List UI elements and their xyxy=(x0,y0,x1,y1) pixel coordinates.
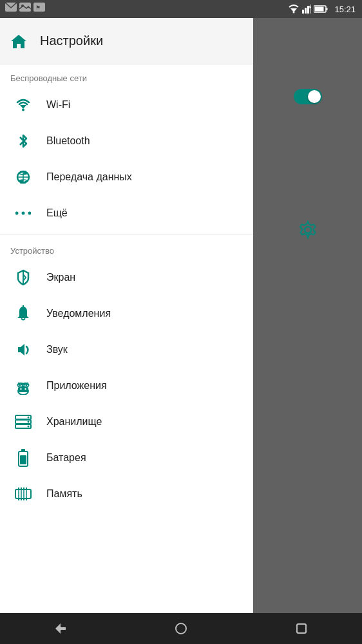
svg-point-27 xyxy=(24,388,26,390)
wifi-icon xyxy=(10,99,36,111)
svg-point-17 xyxy=(22,109,24,111)
wifi-toggle[interactable] xyxy=(294,89,322,104)
section-divider xyxy=(0,234,253,234)
wifi-item[interactable]: Wi-Fi xyxy=(0,87,253,123)
device-section-label: Устройство xyxy=(0,237,253,260)
svg-rect-25 xyxy=(18,387,28,392)
svg-rect-8 xyxy=(305,8,307,14)
more-label: Ещё xyxy=(46,207,68,219)
drawer-header: Настройки xyxy=(0,18,253,64)
status-icons: R 15:21 xyxy=(288,5,356,14)
svg-point-55 xyxy=(176,623,186,634)
sound-item[interactable]: Звук xyxy=(0,332,253,368)
toggle-knob xyxy=(308,90,321,103)
svg-point-26 xyxy=(20,388,21,390)
screen-item[interactable]: Экран xyxy=(0,260,253,296)
svg-text:⚑: ⚑ xyxy=(35,5,41,11)
svg-point-36 xyxy=(28,421,30,423)
right-panel xyxy=(253,18,362,613)
apps-icon xyxy=(10,377,36,395)
svg-rect-14 xyxy=(315,7,324,12)
data-transfer-item[interactable]: Передача данных xyxy=(0,159,253,195)
bottom-nav xyxy=(0,613,362,644)
svg-point-19 xyxy=(15,212,19,215)
svg-point-21 xyxy=(28,212,32,215)
battery-item[interactable]: Батарея xyxy=(0,440,253,476)
screen-icon xyxy=(10,269,36,286)
svg-rect-7 xyxy=(302,10,304,14)
svg-point-15 xyxy=(305,227,311,233)
settings-title: Настройки xyxy=(40,33,103,48)
data-transfer-icon xyxy=(10,169,36,185)
wifi-status-icon xyxy=(288,5,300,14)
svg-text:R: R xyxy=(309,5,311,9)
home-button[interactable] xyxy=(162,622,200,635)
notifications-item[interactable]: Уведомления xyxy=(0,296,253,332)
wireless-section-label: Беспроводные сети xyxy=(0,64,253,87)
battery-icon xyxy=(10,449,36,467)
svg-marker-54 xyxy=(55,623,66,634)
svg-point-35 xyxy=(28,417,30,419)
svg-rect-56 xyxy=(297,624,306,633)
bell-icon xyxy=(10,305,36,322)
storage-item[interactable]: Хранилище xyxy=(0,404,253,440)
apps-label: Приложения xyxy=(46,380,107,392)
bluetooth-label: Bluetooth xyxy=(46,135,90,147)
more-item[interactable]: Ещё xyxy=(0,195,253,231)
memory-item[interactable]: Память xyxy=(0,476,253,512)
bluetooth-item[interactable]: Bluetooth xyxy=(0,123,253,159)
svg-point-6 xyxy=(293,12,295,14)
svg-rect-39 xyxy=(21,449,25,452)
sound-icon xyxy=(10,343,36,357)
apps-item[interactable]: Приложения xyxy=(0,368,253,404)
storage-label: Хранилище xyxy=(46,416,102,428)
wifi-label: Wi-Fi xyxy=(46,99,70,111)
screen-label: Экран xyxy=(46,272,75,283)
svg-marker-23 xyxy=(18,344,24,355)
sound-label: Звук xyxy=(46,344,68,355)
data-transfer-label: Передача данных xyxy=(46,171,132,183)
home-icon xyxy=(10,33,27,49)
email-icon xyxy=(5,3,17,12)
storage-icon xyxy=(10,415,36,429)
image-icon xyxy=(19,3,31,12)
tag-icon: ⚑ xyxy=(33,3,45,12)
more-icon xyxy=(10,210,36,216)
svg-point-37 xyxy=(28,426,30,428)
recents-button[interactable] xyxy=(282,622,321,635)
gear-icon[interactable] xyxy=(298,220,318,240)
memory-label: Память xyxy=(46,488,82,500)
bluetooth-icon xyxy=(10,133,36,149)
status-time: 15:21 xyxy=(334,5,356,14)
svg-rect-13 xyxy=(327,8,328,10)
svg-marker-16 xyxy=(11,35,26,48)
svg-rect-41 xyxy=(15,489,31,498)
svg-point-20 xyxy=(22,212,25,215)
settings-drawer: Настройки Беспроводные сети Wi-Fi Blueto… xyxy=(0,18,253,613)
memory-icon xyxy=(10,486,36,502)
notifications-label: Уведомления xyxy=(46,308,111,319)
svg-rect-40 xyxy=(20,455,26,464)
back-button[interactable] xyxy=(41,622,80,635)
signal-icon: R xyxy=(302,5,311,14)
battery-label: Батарея xyxy=(46,452,86,464)
status-bar: ⚑ R 15:21 xyxy=(0,0,362,18)
notification-icons: ⚑ xyxy=(5,3,45,12)
battery-status-icon xyxy=(314,5,328,13)
